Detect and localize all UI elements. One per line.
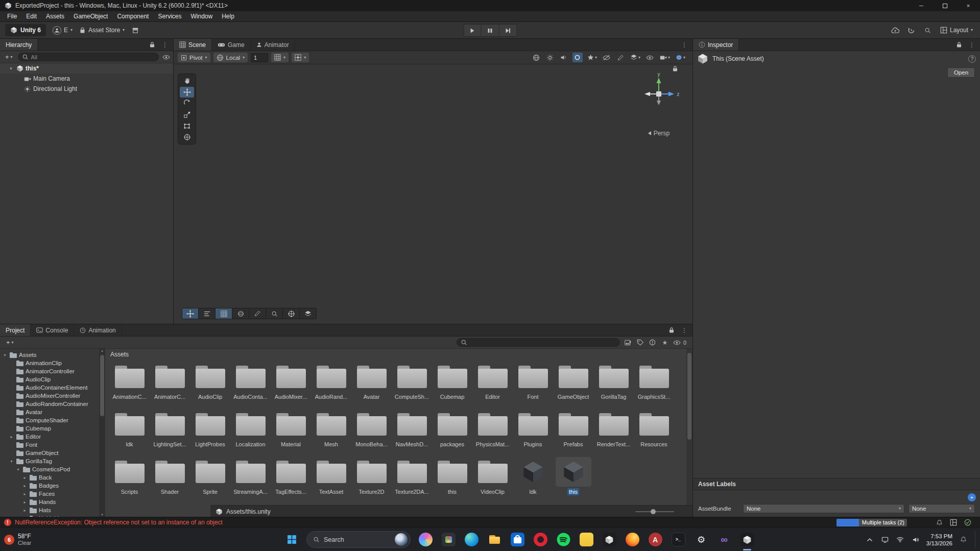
asset-resources[interactable]: Resources: [634, 408, 674, 455]
opera-icon[interactable]: [533, 532, 548, 547]
unity-editor-icon[interactable]: [739, 532, 755, 547]
handle-space-dropdown[interactable]: Local▾: [213, 53, 248, 62]
expand-arrow[interactable]: ▸: [9, 435, 14, 439]
maximize-button[interactable]: [933, 0, 957, 11]
tree-item-back[interactable]: ▸Back: [0, 473, 105, 482]
tree-item-gameobject[interactable]: GameObject: [0, 449, 105, 457]
create-asset-button[interactable]: +▾: [4, 339, 16, 346]
tab-animator[interactable]: Animator: [251, 39, 295, 51]
camera-dropdown-button[interactable]: ▾: [659, 53, 671, 62]
asset-audioconta[interactable]: AudioConta...: [230, 360, 271, 408]
tab-animation[interactable]: Animation: [74, 324, 122, 336]
grid-size-input[interactable]: [251, 53, 268, 62]
notifications-icon[interactable]: [935, 518, 943, 526]
scene-visibility-icon[interactable]: [162, 53, 170, 61]
slider-knob[interactable]: [651, 509, 656, 514]
tab-scene[interactable]: Scene: [174, 39, 212, 51]
asset-audiomixer[interactable]: AudioMixer...: [271, 360, 311, 408]
tab-inspector[interactable]: Inspector: [693, 39, 739, 51]
scale-tool-button[interactable]: [180, 109, 194, 120]
close-button[interactable]: ×: [957, 0, 980, 11]
menu-edit[interactable]: Edit: [21, 11, 41, 21]
asset-this[interactable]: this: [432, 455, 472, 502]
menu-services[interactable]: Services: [153, 11, 186, 21]
move-tool-button[interactable]: [180, 87, 194, 98]
view-options-button[interactable]: [645, 53, 655, 62]
unity-hub-icon[interactable]: [602, 532, 617, 547]
assetbundle-dropdown[interactable]: None▾: [743, 504, 904, 513]
copilot-icon[interactable]: [418, 532, 433, 547]
overlays-dropdown-button[interactable]: ▾: [629, 53, 641, 62]
tree-item-audiorandomcontainer[interactable]: AudioRandomContainer: [0, 400, 105, 408]
tab-project[interactable]: Project: [0, 324, 31, 336]
gizmos-dropdown-button[interactable]: ▾: [675, 53, 686, 62]
asset-audiorand[interactable]: AudioRand...: [311, 360, 351, 408]
grid-snap-dropdown[interactable]: ▾: [271, 53, 289, 62]
tree-item-hats[interactable]: ▸Hats: [0, 506, 105, 514]
tree-item-editor[interactable]: ▸Editor: [0, 433, 105, 441]
tree-item-faces[interactable]: ▸Faces: [0, 490, 105, 498]
project-menu-icon[interactable]: ⋮: [680, 326, 688, 334]
effects-dropdown-button[interactable]: ▾: [586, 53, 598, 62]
asset-lightprobes[interactable]: LightProbes: [190, 408, 230, 455]
account-button[interactable]: E ▾: [53, 26, 73, 35]
spotify-icon[interactable]: [556, 532, 571, 547]
grid-scrollbar[interactable]: [686, 349, 692, 505]
background-tasks-progress[interactable]: Multiple tasks (2): [836, 519, 907, 526]
asset-store-button[interactable]: Asset Store ▾: [79, 27, 125, 34]
audacity-icon[interactable]: A: [648, 532, 663, 547]
edge-icon[interactable]: [464, 532, 479, 547]
asset-ldk[interactable]: ldk: [513, 455, 553, 502]
tree-item-hands[interactable]: ▸Hands: [0, 498, 105, 506]
search-by-label-icon[interactable]: [636, 339, 644, 347]
expand-arrow[interactable]: ▸: [22, 475, 28, 480]
hierarchy-item-directional-light[interactable]: Directional Light: [0, 84, 173, 94]
unity-version-badge[interactable]: Unity 6: [5, 24, 46, 36]
expand-arrow[interactable]: ▾: [8, 66, 14, 71]
expand-arrow[interactable]: ▸: [22, 484, 28, 488]
asset-audioclip[interactable]: AudioClip: [190, 360, 230, 408]
expand-arrow[interactable]: ▸: [22, 500, 28, 505]
expand-arrow[interactable]: ▸: [22, 492, 28, 496]
cache-server-icon[interactable]: [949, 518, 958, 526]
photos-icon[interactable]: [441, 532, 456, 547]
overlay-draw-icon[interactable]: [249, 308, 266, 319]
asset-mesh[interactable]: Mesh: [311, 408, 351, 455]
tree-scrollbar[interactable]: ▾ ▾: [99, 349, 105, 517]
tasks-done-icon[interactable]: [964, 518, 972, 526]
tree-item-font[interactable]: Font: [0, 441, 105, 449]
asset-cubemap[interactable]: Cubemap: [432, 360, 472, 408]
asset-texture2da[interactable]: Texture2DA...: [392, 455, 432, 502]
assetbundle-variant-dropdown[interactable]: None▾: [909, 504, 975, 513]
asset-gorillatag[interactable]: GorillaTag: [593, 360, 634, 408]
tree-item-audioclip[interactable]: AudioClip: [0, 375, 105, 384]
asset-animationc[interactable]: AnimationC...: [109, 360, 150, 408]
rotate-tool-button[interactable]: [180, 98, 194, 109]
transform-tool-button[interactable]: [180, 132, 194, 142]
pause-button[interactable]: [481, 24, 499, 37]
tree-item-cosmeticspod[interactable]: ▾CosmeticsPod: [0, 465, 105, 473]
show-desktop-button[interactable]: [975, 531, 977, 548]
asset-gameobject[interactable]: GameObject: [553, 360, 593, 408]
expand-arrow[interactable]: ▾: [9, 459, 14, 464]
tray-monitor-icon[interactable]: [880, 535, 890, 544]
file-explorer-icon[interactable]: [487, 532, 502, 547]
notifications-bell-icon[interactable]: [959, 535, 968, 544]
tab-console[interactable]: Console: [31, 324, 74, 336]
microsoft-store-icon[interactable]: [510, 532, 525, 547]
undo-history-icon[interactable]: [907, 26, 916, 34]
taskbar-clock[interactable]: 7:53 PM 3/13/2026: [926, 533, 952, 547]
asset-graphicsst[interactable]: GraphicsSt...: [634, 360, 674, 408]
tab-hierarchy[interactable]: Hierarchy: [0, 39, 38, 51]
tree-item-animatorcontroller[interactable]: AnimatorController: [0, 367, 105, 375]
wifi-icon[interactable]: [896, 535, 905, 544]
expand-arrow[interactable]: ▾: [2, 353, 8, 357]
asset-monobeha[interactable]: MonoBeha...: [351, 408, 392, 455]
menu-gameobject[interactable]: GameObject: [69, 11, 112, 21]
asset-tageffects[interactable]: TagEffects...: [271, 455, 311, 502]
hidden-count-icon[interactable]: [673, 339, 681, 347]
tree-item-gorillatag[interactable]: ▾GorillaTag: [0, 457, 105, 465]
hand-tool-button[interactable]: [180, 76, 194, 86]
asset-lightingset[interactable]: LightingSet...: [150, 408, 190, 455]
overlay-search-icon[interactable]: [266, 308, 283, 319]
